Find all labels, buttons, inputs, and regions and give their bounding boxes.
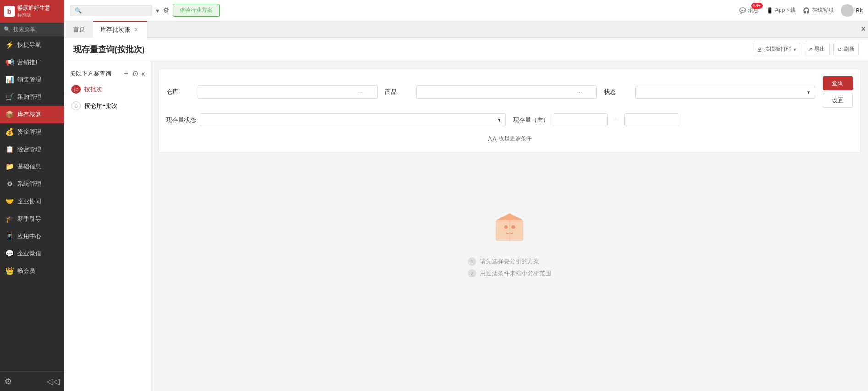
warehouse-filter-input[interactable]: ··· [198, 85, 378, 99]
inventory-status-label: 现存量状态 [166, 116, 196, 124]
message-badge: 99+ [751, 3, 763, 9]
tab-close-button[interactable]: ✕ [133, 27, 139, 33]
user-avatar-button[interactable]: Rit [841, 4, 863, 17]
headset-icon: 🎧 [803, 7, 810, 14]
query-button[interactable]: 查询 [823, 76, 853, 90]
right-panel: 仓库 ··· 商品 ··· [151, 61, 868, 391]
left-panel-actions: ＋ ⊙ « [122, 69, 145, 78]
export-button[interactable]: ↗ 导出 [804, 43, 830, 55]
sidebar-item-vip[interactable]: 👑 畅会员 [0, 262, 64, 280]
message-icon: 💬 [739, 7, 746, 14]
print-button[interactable]: 🖨 按模板打印 ▾ [753, 43, 800, 55]
topbar-search-input[interactable] [84, 7, 139, 14]
topbar: 🔍 ▾ ⚙ 体验行业方案 💬 消息 99+ 📱 App下载 🎧 在线客服 [64, 0, 868, 21]
topbar-search-area[interactable]: 🔍 [70, 5, 152, 16]
quick-nav-icon: ⚡ [5, 41, 14, 49]
sidebar-nav: ⚡ 快捷导航 📢 营销推广 📊 销售管理 🛒 采购管理 📦 库存核算 💰 [0, 36, 64, 371]
empty-tip-2: 2 用过滤条件来缩小分析范围 [468, 269, 551, 277]
vip-icon: 👑 [5, 267, 14, 275]
enterprise-wechat-icon: 💬 [5, 250, 14, 258]
empty-state: 1 请先选择要分析的方案 2 用过滤条件来缩小分析范围 [159, 158, 861, 314]
sidebar-item-system[interactable]: ⚙ 系统管理 [0, 175, 64, 193]
export-icon: ↗ [808, 46, 813, 53]
experience-button[interactable]: 体验行业方案 [173, 4, 220, 17]
topbar-dropdown-button[interactable]: ▾ [156, 7, 159, 14]
filter-item-product: 商品 ··· [385, 85, 596, 99]
sidebar-header: b 畅康通好生意 标准版 [0, 0, 64, 23]
app-center-icon: 📱 [5, 232, 14, 240]
page-area: 现存量查询(按批次) 🖨 按模板打印 ▾ ↗ 导出 ↺ 刷新 [64, 38, 868, 391]
tab-home[interactable]: 首页 [66, 21, 93, 38]
sidebar-item-operation[interactable]: 📋 经营管理 [0, 141, 64, 158]
collapse-chevron-up-icon: ⋀⋀ [488, 136, 497, 142]
empty-icon-area [482, 195, 537, 250]
settings-footer-button[interactable]: ⚙ [5, 376, 12, 386]
filter-row-1: 仓库 ··· 商品 ··· [166, 76, 853, 108]
status-filter-select[interactable]: ▾ [635, 86, 815, 99]
printer-icon: 🖨 [757, 46, 762, 53]
inventory-status-select[interactable]: ▾ [200, 113, 506, 126]
filter-action-buttons: 查询 设置 [823, 76, 853, 108]
tabbar-close-button[interactable]: ✕ [860, 25, 866, 33]
marketing-icon: 📢 [5, 58, 14, 66]
sidebar: b 畅康通好生意 标准版 🔍 搜索菜单 ⚡ 快捷导航 📢 营销推广 📊 [0, 0, 64, 391]
warehouse-more-icon[interactable]: ··· [358, 88, 364, 96]
select-chevron-icon: ▾ [807, 89, 810, 96]
plan-item-batch[interactable]: 批 按批次 [64, 81, 151, 98]
sidebar-item-newbie[interactable]: 🎓 新手引导 [0, 210, 64, 228]
topbar-gear-button[interactable]: ⚙ [163, 6, 169, 15]
username-label: Rit [856, 7, 863, 14]
app-download-button[interactable]: 📱 App下载 [766, 6, 796, 14]
filter-section: 仓库 ··· 商品 ··· [159, 69, 861, 153]
collapse-more-btn[interactable]: ⋀⋀ 收起更多条件 [166, 132, 853, 145]
add-plan-button[interactable]: ＋ [122, 69, 130, 78]
app-version: 标准版 [17, 12, 50, 18]
search-menu-button[interactable]: 🔍 搜索菜单 [0, 23, 64, 36]
svg-point-4 [511, 225, 515, 229]
product-filter-input[interactable]: ··· [416, 85, 596, 99]
finance-icon: 💰 [5, 128, 14, 136]
enterprise-icon: 🤝 [5, 197, 14, 206]
collapse-panel-button[interactable]: « [141, 70, 145, 78]
inventory-qty-min-input[interactable] [553, 113, 608, 126]
main-content: 🔍 ▾ ⚙ 体验行业方案 💬 消息 99+ 📱 App下载 🎧 在线客服 [64, 0, 868, 391]
sidebar-item-marketing[interactable]: 📢 营销推广 [0, 54, 64, 71]
refresh-button[interactable]: ↺ 刷新 [833, 43, 859, 55]
left-panel: 按以下方案查询 ＋ ⊙ « 批 按批次 ⊙ 按仓库+批次 [64, 61, 151, 391]
sidebar-item-quick-nav[interactable]: ⚡ 快捷导航 [0, 36, 64, 54]
phone-icon: 📱 [766, 7, 773, 14]
sidebar-item-enterprise[interactable]: 🤝 企业协同 [0, 193, 64, 210]
app-name: 畅康通好生意 [17, 5, 50, 12]
app-logo: b [4, 6, 15, 17]
sales-icon: 📊 [5, 76, 14, 84]
content-area: 按以下方案查询 ＋ ⊙ « 批 按批次 ⊙ 按仓库+批次 [64, 61, 868, 391]
page-header: 现存量查询(按批次) 🖨 按模板打印 ▾ ↗ 导出 ↺ 刷新 [64, 38, 868, 61]
empty-tip-1: 1 请先选择要分析的方案 [468, 257, 551, 266]
filter-item-warehouse: 仓库 ··· [166, 85, 378, 99]
notification-button[interactable]: 💬 消息 99+ [739, 6, 759, 14]
plan-item-warehouse-batch[interactable]: ⊙ 按仓库+批次 [64, 98, 151, 114]
sidebar-item-purchase[interactable]: 🛒 采购管理 [0, 88, 64, 106]
sidebar-item-enterprise-wechat[interactable]: 💬 企业微信 [0, 245, 64, 262]
inventory-icon: 📦 [5, 110, 14, 119]
sidebar-item-basic-info[interactable]: 📁 基础信息 [0, 158, 64, 175]
online-service-button[interactable]: 🎧 在线客服 [803, 6, 834, 14]
sidebar-item-finance[interactable]: 💰 资金管理 [0, 123, 64, 141]
inventory-qty-max-input[interactable] [624, 113, 679, 126]
left-panel-header: 按以下方案查询 ＋ ⊙ « [64, 66, 151, 81]
warehouse-filter-label: 仓库 [166, 88, 194, 96]
manage-plan-button[interactable]: ⊙ [132, 69, 138, 78]
search-icon: 🔍 [4, 26, 11, 33]
sidebar-item-app-center[interactable]: 📱 应用中心 [0, 228, 64, 245]
sidebar-item-sales[interactable]: 📊 销售管理 [0, 71, 64, 88]
sidebar-footer: ⚙ ◁◁ [0, 371, 64, 391]
system-icon: ⚙ [5, 180, 14, 188]
settings-button[interactable]: 设置 [823, 93, 853, 108]
filter-row-2: 现存量状态 ▾ 现存量（主） — [166, 113, 853, 126]
collapse-sidebar-button[interactable]: ◁◁ [47, 376, 60, 386]
product-more-icon[interactable]: ··· [577, 88, 582, 96]
print-dropdown-icon: ▾ [793, 46, 796, 53]
tab-batch-account[interactable]: 库存批次账 ✕ [93, 21, 147, 38]
inventory-qty-label: 现存量（主） [513, 116, 549, 124]
sidebar-item-inventory[interactable]: 📦 库存核算 [0, 106, 64, 123]
